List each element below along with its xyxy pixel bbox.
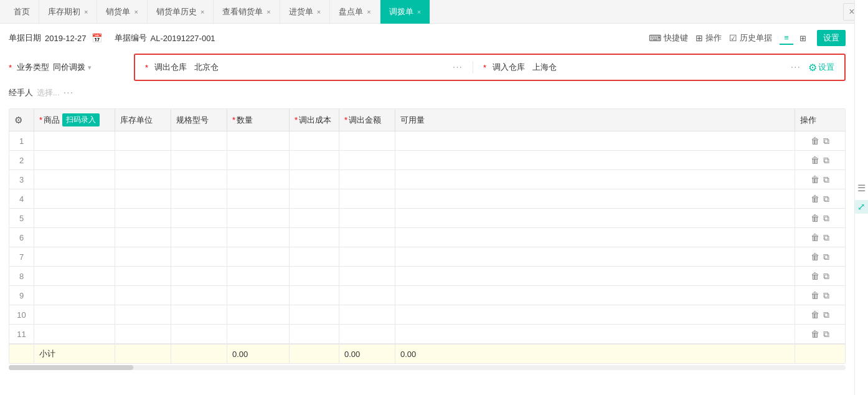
tab-view-sales[interactable]: 查看销货单 × xyxy=(214,0,280,24)
copy-icon[interactable]: ⧉ xyxy=(823,136,829,146)
row-1-unit[interactable] xyxy=(115,131,171,150)
tab-purchase-order[interactable]: 进货单 × xyxy=(280,0,330,24)
delete-icon[interactable]: 🗑 xyxy=(811,232,819,242)
tab-sales-order-label: 销货单 xyxy=(106,6,130,17)
settings-text[interactable]: 设置 xyxy=(818,62,834,73)
row-1-available[interactable] xyxy=(395,131,795,150)
row-1-cost[interactable] xyxy=(290,131,339,150)
row-2-product[interactable] xyxy=(34,151,115,169)
layout-list-icon[interactable]: ≡ xyxy=(780,31,793,45)
gear-settings-icon[interactable]: ⚙ xyxy=(808,62,817,74)
shortcuts-label: 快捷键 xyxy=(664,32,688,44)
row-2-quantity[interactable] xyxy=(227,151,290,169)
tab-inventory-count[interactable]: 盘点单 × xyxy=(330,0,380,24)
subtotal-label: 小计 xyxy=(34,345,115,363)
row-2-cost[interactable] xyxy=(290,151,339,169)
delete-icon[interactable]: 🗑 xyxy=(811,310,819,320)
subtotal-row: 小计 0.00 0.00 0.00 xyxy=(9,344,845,363)
tab-inventory-init[interactable]: 库存期初 × xyxy=(39,0,97,24)
tab-transfer[interactable]: 调拨单 × xyxy=(380,0,430,24)
tab-sales-history[interactable]: 销货单历史 × xyxy=(148,0,214,24)
row-1-spec[interactable] xyxy=(171,131,227,150)
horizontal-scrollbar[interactable] xyxy=(9,365,846,370)
copy-icon[interactable]: ⧉ xyxy=(823,329,829,340)
transfer-out-value[interactable]: 北京仓 xyxy=(194,62,219,73)
th-quantity: * 数量 xyxy=(227,109,290,131)
delete-icon[interactable]: 🗑 xyxy=(811,271,819,281)
copy-icon[interactable]: ⧉ xyxy=(823,213,829,224)
copy-icon[interactable]: ⧉ xyxy=(823,310,829,320)
copy-icon[interactable]: ⧉ xyxy=(823,232,829,243)
scrollbar-thumb[interactable] xyxy=(9,365,133,370)
tab-transfer-close[interactable]: × xyxy=(417,8,421,16)
shortcuts-action[interactable]: ⌨ 快捷键 xyxy=(649,32,688,44)
copy-icon[interactable]: ⧉ xyxy=(823,252,829,262)
calendar-icon[interactable]: 📅 xyxy=(92,33,102,43)
business-type-row: * 业务类型 同价调拨 ▾ * 调出仓库 北京仓 ··· xyxy=(9,54,846,81)
delete-icon[interactable]: 🗑 xyxy=(811,174,819,184)
sidebar-expand-button[interactable]: ⤢ xyxy=(855,200,869,214)
table-settings-icon[interactable]: ⚙ xyxy=(14,115,22,126)
delete-icon[interactable]: 🗑 xyxy=(811,252,819,262)
row-2-unit[interactable] xyxy=(115,151,171,169)
tab-inventory-count-close[interactable]: × xyxy=(367,8,370,16)
row-1-amount[interactable] xyxy=(339,131,395,150)
copy-icon[interactable]: ⧉ xyxy=(823,290,829,301)
tab-sales-order[interactable]: 销货单 × xyxy=(97,0,147,24)
serial-value: AL-20191227-001 xyxy=(151,34,215,43)
th-product: * 商品 扫码录入 xyxy=(34,109,115,131)
transfer-in-value[interactable]: 上海仓 xyxy=(532,62,557,73)
transfer-in-label: 调入仓库 xyxy=(493,62,525,73)
subtotal-cost: 0.00 xyxy=(339,345,395,363)
sidebar-list-button[interactable]: ☰ xyxy=(855,181,869,195)
table-row: 9 🗑 ⧉ xyxy=(9,286,845,305)
row-1-quantity[interactable] xyxy=(227,131,290,150)
tab-transfer-label: 调拨单 xyxy=(389,6,413,17)
tab-sales-history-close[interactable]: × xyxy=(200,8,204,16)
handler-more-button[interactable]: ··· xyxy=(64,87,73,98)
row-2-available[interactable] xyxy=(395,151,795,169)
table-row: 6 🗑 ⧉ xyxy=(9,228,845,247)
tab-purchase-order-close[interactable]: × xyxy=(317,8,321,16)
dropdown-arrow-icon: ▾ xyxy=(88,64,92,72)
serial-label: 单据编号 xyxy=(115,32,147,44)
copy-icon[interactable]: ⧉ xyxy=(823,174,829,185)
delete-icon[interactable]: 🗑 xyxy=(811,329,819,339)
row-num-2: 2 xyxy=(9,151,34,169)
date-value[interactable]: 2019-12-27 xyxy=(45,34,87,43)
business-type-field: * 业务类型 同价调拨 ▾ xyxy=(9,62,115,73)
copy-icon[interactable]: ⧉ xyxy=(823,271,829,282)
copy-icon[interactable]: ⧉ xyxy=(823,155,829,166)
data-table: ⚙ * 商品 扫码录入 库存单位 规格型号 * 数量 xyxy=(9,108,846,364)
operations-action[interactable]: ⊞ 操作 xyxy=(696,32,722,44)
delete-icon[interactable]: 🗑 xyxy=(811,194,819,204)
scan-entry-button[interactable]: 扫码录入 xyxy=(62,113,100,126)
delete-icon[interactable]: 🗑 xyxy=(811,290,819,300)
th-unit: 库存单位 xyxy=(115,109,171,131)
tab-view-sales-close[interactable]: × xyxy=(267,8,270,16)
row-1-product[interactable] xyxy=(34,131,115,150)
tab-sales-history-label: 销货单历史 xyxy=(156,6,197,17)
delete-icon[interactable]: 🗑 xyxy=(811,213,819,223)
row-2-spec[interactable] xyxy=(171,151,227,169)
tab-inventory-init-close[interactable]: × xyxy=(84,8,88,16)
delete-icon[interactable]: 🗑 xyxy=(811,155,819,165)
delete-icon[interactable]: 🗑 xyxy=(811,136,819,146)
transfer-out-required: * xyxy=(145,63,148,72)
business-type-select[interactable]: 同价调拨 ▾ xyxy=(53,62,115,73)
transfer-in-more-button[interactable]: ··· xyxy=(791,62,801,73)
settings-button[interactable]: 设置 xyxy=(817,30,846,46)
grid-icon: ⊞ xyxy=(696,33,703,43)
th-settings[interactable]: ⚙ xyxy=(9,109,34,131)
table-row: 10 🗑 ⧉ xyxy=(9,305,845,325)
layout-grid-icon[interactable]: ⊞ xyxy=(796,31,809,45)
tab-purchase-order-label: 进货单 xyxy=(289,6,313,17)
handler-select[interactable]: 选择... xyxy=(37,87,60,98)
transfer-out-more-button[interactable]: ··· xyxy=(453,62,463,73)
row-2-amount[interactable] xyxy=(339,151,395,169)
tab-inventory-count-label: 盘点单 xyxy=(339,6,363,17)
history-action[interactable]: ☑ 历史单据 xyxy=(729,32,772,44)
tab-sales-order-close[interactable]: × xyxy=(134,8,138,16)
copy-icon[interactable]: ⧉ xyxy=(823,194,829,204)
tab-home[interactable]: 首页 xyxy=(5,0,39,24)
